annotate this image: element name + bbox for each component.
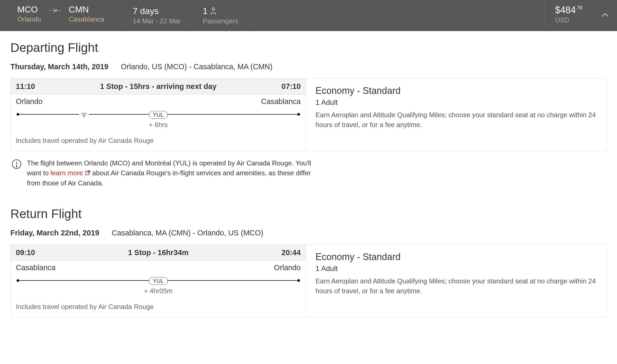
stop-meta: 1 Stop - 15hrs - arriving next day: [35, 82, 282, 91]
departing-section-title: Departing Flight: [10, 40, 607, 55]
fare-description: Earn Aeroplan and Altitude Qualifying Mi…: [315, 110, 597, 130]
svg-point-4: [212, 8, 215, 10]
departing-flight-card: 11:10 1 Stop - 15hrs - arriving next day…: [10, 78, 607, 151]
return-flight-card: 09:10 1 Stop - 16hr34m 20:44 Casablanca …: [10, 244, 607, 317]
dep-time: 11:10: [16, 82, 35, 91]
stop-meta: 1 Stop - 16hr34m: [35, 248, 282, 257]
return-section-title: Return Flight: [10, 207, 607, 221]
return-date: Friday, March 22nd, 2019: [10, 229, 99, 237]
duration-sub: 14 Mar - 22 Mar: [133, 17, 181, 25]
price-symbol: $: [555, 5, 560, 16]
flight-timeline: YUL: [17, 277, 300, 284]
alert-icon: [11, 159, 22, 188]
rouge-notice: The flight between Orlando (MCO) and Mon…: [10, 157, 316, 204]
arr-time: 20:44: [282, 248, 301, 257]
departing-route: Orlando, US (MCO) - Casablanca, MA (CMN): [121, 62, 272, 71]
stop-badge[interactable]: YUL: [149, 111, 168, 119]
duration-title: 7 days: [133, 6, 181, 16]
header-passengers-cell[interactable]: 1 Passengers: [192, 0, 249, 31]
price-currency: USD: [555, 16, 569, 24]
departing-date-route: Thursday, March 14th, 2019 Orlando, US (…: [10, 62, 607, 71]
arr-city: Orlando: [274, 263, 301, 272]
return-route: Casablanca, MA (CMN) - Orlando, US (MCO): [112, 229, 263, 237]
external-link-icon: [85, 169, 90, 178]
person-icon: [210, 7, 216, 15]
origin-code: MCO: [17, 5, 41, 14]
svg-line-10: [87, 171, 90, 173]
layover-duration: + 6hrs: [16, 121, 301, 129]
header-duration-cell[interactable]: 7 days 14 Mar - 22 Mar: [122, 0, 192, 31]
header-route-cell[interactable]: MCO Orlando CMN Casablanca: [0, 0, 122, 31]
dep-city: Orlando: [16, 97, 43, 106]
svg-point-5: [84, 116, 85, 117]
fare-pax: 1 Adult: [315, 264, 597, 273]
origin-city: Orlando: [17, 15, 41, 23]
dest-code: CMN: [69, 5, 104, 14]
wifi-icon: [79, 111, 89, 118]
flight-head: 11:10 1 Stop - 15hrs - arriving next day…: [11, 79, 306, 95]
fare-description: Earn Aeroplan and Altitude Qualifying Mi…: [315, 276, 597, 296]
price-whole: 484: [560, 5, 576, 16]
svg-line-3: [53, 11, 54, 13]
passengers-count: 1: [203, 6, 208, 16]
layover-duration: + 4hr05m: [16, 287, 301, 295]
arr-time: 07:10: [282, 82, 301, 91]
learn-more-link[interactable]: learn more: [51, 169, 83, 177]
dep-city: Casablanca: [16, 263, 55, 272]
return-date-route: Friday, March 22nd, 2019 Casablanca, MA …: [10, 229, 607, 237]
arr-city: Casablanca: [261, 97, 301, 106]
svg-point-8: [16, 166, 17, 167]
flight-timeline: YUL: [17, 110, 300, 118]
stop-badge[interactable]: YUL: [149, 277, 168, 285]
fare-pax: 1 Adult: [315, 98, 597, 107]
operated-by-note: Includes travel operated by Air Canada R…: [16, 303, 301, 311]
passengers-label: Passengers: [203, 17, 238, 25]
summary-header: MCO Orlando CMN Casablanca 7 days 14 Mar…: [0, 0, 617, 31]
price-cents: .78: [576, 5, 582, 11]
chevron-up-icon[interactable]: [601, 12, 609, 19]
header-price-cell[interactable]: $484.78 USD: [544, 0, 617, 31]
plane-icon: [48, 6, 61, 16]
operated-by-note: Includes travel operated by Air Canada R…: [16, 137, 301, 145]
svg-line-2: [53, 8, 54, 10]
fare-title: Economy - Standard: [315, 251, 597, 262]
fare-title: Economy - Standard: [315, 85, 597, 96]
dep-time: 09:10: [16, 248, 35, 257]
dest-city: Casablanca: [69, 15, 104, 23]
flight-head: 09:10 1 Stop - 16hr34m 20:44: [11, 245, 306, 261]
departing-date: Thursday, March 14th, 2019: [10, 62, 108, 71]
